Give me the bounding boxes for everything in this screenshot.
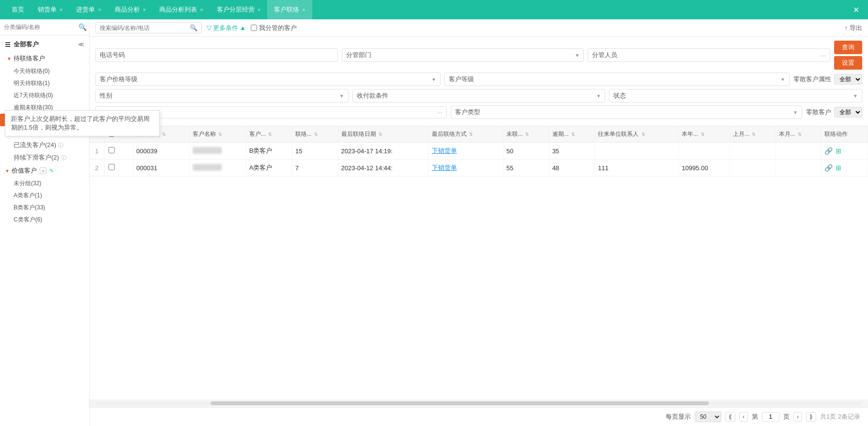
sidebar-search-icon[interactable]: 🔍: [78, 23, 87, 31]
cell-partner-contacts: 111: [595, 160, 679, 176]
payment-field[interactable]: 收付款条件 ▼: [352, 89, 606, 103]
cell-settings: [119, 160, 133, 176]
col-customer-type[interactable]: 客户... ⇅: [246, 126, 292, 143]
nav-customer-segmentation[interactable]: 客户分层经营 ×: [210, 0, 267, 19]
status-field[interactable]: 状态 ▼: [609, 89, 862, 103]
action-grid-icon[interactable]: ⊞: [836, 164, 841, 172]
col-this-year[interactable]: 本年... ⇅: [679, 126, 730, 143]
sidebar-item-tomorrow-pending[interactable]: 明天待联络(1): [0, 77, 89, 89]
col-unreached[interactable]: 未联... ⇅: [503, 126, 549, 143]
col-overdue[interactable]: 逾期... ⇅: [549, 126, 595, 143]
nav-product-analysis[interactable]: 商品分析 ×: [108, 0, 152, 19]
col-customer-name[interactable]: 客户名称 ⇅: [190, 126, 246, 143]
circle-icon[interactable]: ○: [40, 167, 46, 174]
close-product-analysis-list-icon[interactable]: ×: [200, 7, 203, 13]
cell-customer-type: B类客户: [246, 143, 292, 160]
close-customer-contact-icon[interactable]: ×: [302, 7, 305, 13]
window-close-button[interactable]: ✕: [849, 2, 863, 17]
nav-sales-order[interactable]: 销货单 ×: [31, 0, 69, 19]
prev-page-button[interactable]: ‹: [739, 412, 748, 422]
scroll-thumb[interactable]: [211, 401, 709, 405]
sidebar-item-churned[interactable]: 已流失客户(24) ⓘ: [0, 139, 89, 151]
sidebar-item-class-b[interactable]: B类客户(33): [0, 202, 89, 214]
nav-customer-contact[interactable]: 客户联络 ×: [267, 0, 312, 19]
nav-product-analysis-list[interactable]: 商品分析列表 ×: [152, 0, 210, 19]
last-page-button[interactable]: ⟫: [806, 412, 816, 422]
chevron-up-icon: ▲: [240, 24, 246, 31]
customer-type-dropdown-icon: ▼: [793, 110, 798, 115]
price-level-field[interactable]: 客户价格等级 ▼: [95, 73, 441, 86]
status-dropdown-icon: ▼: [853, 93, 858, 99]
filter-row-4: ··· 客户类型 ▼ 零散客户 全部: [95, 105, 862, 119]
retail-customer-field: 零散客户 全部: [806, 107, 862, 118]
filter-bar: 🔍 ▽ 更多条件 ▲ 我分管的客户 ↑ 导出: [90, 19, 868, 37]
query-button[interactable]: 查询: [834, 41, 862, 54]
page-number-input[interactable]: [762, 412, 779, 422]
dept-field[interactable]: 分管部门 ▼: [342, 48, 584, 62]
customer-type-field[interactable]: 客户类型 ▼: [451, 105, 802, 119]
payment-dropdown-icon: ▼: [596, 93, 601, 99]
page-size-select[interactable]: 50 100 200: [695, 411, 721, 422]
close-purchase-order-icon[interactable]: ×: [98, 7, 101, 13]
col-this-month[interactable]: 本月... ⇅: [776, 126, 822, 143]
nav-home[interactable]: 首页: [5, 0, 31, 19]
close-sales-order-icon[interactable]: ×: [60, 7, 62, 13]
phone-field[interactable]: 电话号码: [95, 48, 338, 62]
sidebar-collapse-icon[interactable]: ≪: [78, 41, 84, 48]
sidebar-item-ungrouped[interactable]: 未分组(32): [0, 177, 89, 190]
cell-last-contact-method[interactable]: 下销货单: [428, 143, 503, 160]
sidebar-item-class-a[interactable]: A类客户(1): [0, 190, 89, 202]
sidebar-item-class-c[interactable]: C类客户(6): [0, 214, 89, 226]
cell-last-contact-date: 2023-04-17 14:19:: [338, 143, 428, 160]
col-action: 联络动作: [822, 126, 868, 143]
my-customers-checkbox-area[interactable]: 我分管的客户: [251, 24, 297, 32]
edit-icon-value-customers[interactable]: ✎: [49, 168, 54, 174]
cell-checkbox[interactable]: [104, 143, 119, 160]
sidebar-item-today-pending[interactable]: 今天待联络(0): [0, 65, 89, 77]
pagination-bar: 每页显示 50 100 200 ⟪ ‹ 第 页 › ⟫ 共1页 2条记录: [90, 407, 868, 426]
more-conditions-button[interactable]: ▽ 更多条件 ▲: [207, 24, 246, 32]
sidebar-item-7days-pending[interactable]: 近7天待联络(0): [0, 89, 89, 102]
cell-last-contact-method[interactable]: 下销货单: [428, 160, 503, 176]
retail-attr-select[interactable]: 全部: [834, 74, 862, 85]
settings-button[interactable]: 设置: [834, 56, 862, 70]
col-last-contact-date[interactable]: 最后联络日期 ⇅: [338, 126, 428, 143]
filter-panel: 电话号码 分管部门 ▼ 分管人员 ··· 查询 设置 客户价格等级: [90, 37, 868, 126]
cell-row-num: 1: [90, 143, 104, 160]
person-field[interactable]: 分管人员 ···: [588, 48, 830, 62]
first-page-button[interactable]: ⟪: [725, 412, 735, 422]
col-last-month[interactable]: 上月... ⇅: [730, 126, 776, 143]
cell-action: 🔗 ⊞: [822, 143, 868, 160]
table-body: 1 000039 B类客户 15 2023-04-17 14:19: 下销货单 …: [90, 143, 868, 176]
cell-customer-name: [190, 143, 246, 160]
sidebar-section-pending-contact[interactable]: ▼ 待联络客户: [0, 52, 89, 65]
cell-customer-code: 000039: [133, 143, 190, 160]
cell-unreached: 55: [503, 160, 549, 176]
sidebar-root-all-customers[interactable]: ☰ 全部客户 ≪: [0, 37, 89, 52]
table-header-row: # ⚙ 客户编码 ⇅ 客户名称 ⇅ 客户... ⇅ 联络... ⇅ 最后联络日期…: [90, 126, 868, 143]
col-last-contact-method[interactable]: 最后联络方式 ⇅: [428, 126, 503, 143]
horizontal-scrollbar[interactable]: [95, 401, 862, 405]
col-partner-contacts[interactable]: 往来单位联系人 ⇅: [595, 126, 679, 143]
sidebar-section-value-customers[interactable]: ▼ 价值客户 ○ ✎: [0, 164, 89, 177]
close-customer-segmentation-icon[interactable]: ×: [258, 7, 260, 13]
close-product-analysis-icon[interactable]: ×: [143, 7, 146, 13]
sidebar-search-input[interactable]: [4, 24, 76, 30]
next-page-button[interactable]: ›: [793, 412, 802, 422]
search-input[interactable]: [100, 25, 188, 31]
filter-search-icon[interactable]: 🔍: [190, 24, 198, 31]
action-grid-icon[interactable]: ⊞: [836, 147, 841, 155]
customer-level-field[interactable]: 客户等级 ▼: [444, 73, 790, 86]
cell-checkbox[interactable]: [104, 160, 119, 176]
col-contact[interactable]: 联络... ⇅: [292, 126, 338, 143]
content-area: 🔍 ▽ 更多条件 ▲ 我分管的客户 ↑ 导出 电话号码: [90, 19, 868, 426]
gender-field[interactable]: 性别 ▼: [95, 89, 349, 103]
action-link-icon[interactable]: 🔗: [824, 147, 833, 155]
nav-purchase-order[interactable]: 进货单 ×: [69, 0, 107, 19]
sidebar-item-declining[interactable]: 持续下滑客户(2) ⓘ: [0, 151, 89, 164]
export-button[interactable]: ↑ 导出: [845, 24, 863, 32]
my-customers-checkbox[interactable]: [251, 25, 257, 31]
action-link-icon[interactable]: 🔗: [824, 164, 833, 172]
retail-customer-select[interactable]: 全部: [834, 107, 862, 118]
info-icon-churned: ⓘ: [58, 142, 63, 149]
